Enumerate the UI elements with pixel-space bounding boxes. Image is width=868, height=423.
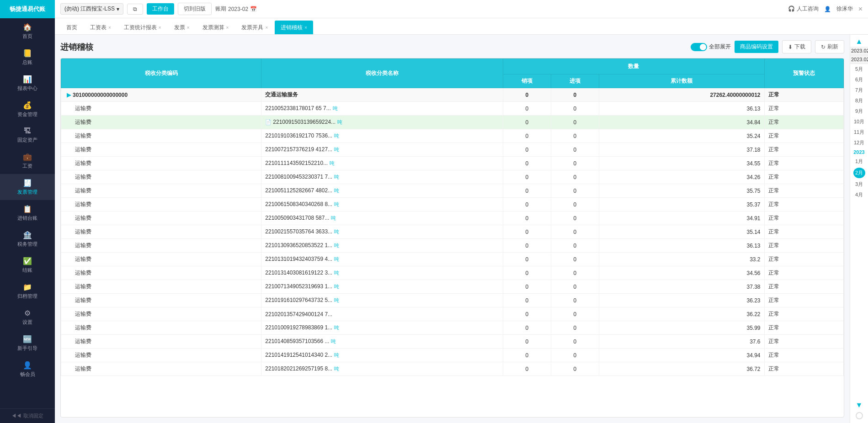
table-row[interactable]: ▶301000000000000000 交通运输服务 0 0 27262.400… bbox=[61, 88, 844, 102]
workspace-button[interactable]: 工作台 bbox=[147, 3, 174, 15]
table-row[interactable]: 运输费 2210201357429400124 7... 0 0 36.22 正… bbox=[61, 307, 844, 321]
year-label-1: 2023.02 bbox=[850, 47, 868, 55]
download-button[interactable]: ⬇ 下载 bbox=[782, 40, 811, 53]
cell-invoice-num: 2210201357429400124 7... bbox=[261, 307, 503, 321]
cell-name: 运输费 bbox=[61, 280, 261, 294]
tab-salary-stats[interactable]: 工资统计报表 × bbox=[118, 21, 167, 34]
table-row[interactable]: 运输费 2210081009453230371 7...吨 0 0 34.26 … bbox=[61, 170, 844, 184]
table-row[interactable]: 运输费 📄2210091503139659224...吨 0 0 34.84 正… bbox=[61, 116, 844, 129]
sidebar-item-funds[interactable]: 💰 资金管理 bbox=[0, 96, 55, 122]
cell-invoice-num: 2210050903431708 587...吨 bbox=[261, 212, 503, 225]
tab-close-icon[interactable]: × bbox=[187, 25, 190, 30]
product-code-settings-button[interactable]: 商品编码设置 bbox=[735, 41, 778, 53]
month-item-10[interactable]: 10月 bbox=[850, 116, 868, 127]
switch-version-button[interactable]: 切到旧版 bbox=[178, 3, 212, 15]
cell-invoice-num: 2210191610297643732 5...吨 bbox=[261, 294, 503, 307]
customer-service-button[interactable]: 🎧 人工咨询 bbox=[788, 5, 818, 13]
sidebar-item-salary[interactable]: 💼 工资 bbox=[0, 148, 55, 174]
table-row[interactable]: 运输费 2210140859357103566 ...吨 0 0 37.6 正常 bbox=[61, 335, 844, 349]
tab-home[interactable]: 首页 bbox=[60, 21, 83, 34]
app-logo: 畅捷通易代账 bbox=[0, 0, 55, 18]
cell-status: 正常 bbox=[764, 321, 844, 335]
table-row[interactable]: 运输费 2210071349052319693 1...吨 0 0 37.38 … bbox=[61, 280, 844, 294]
table-row[interactable]: 运输费 2210191036192170 7536...吨 0 0 35.24 … bbox=[61, 129, 844, 143]
month-item-6[interactable]: 6月 bbox=[850, 74, 868, 85]
unpin-button[interactable]: ◀◀ 取消固定 bbox=[0, 408, 55, 423]
tab-salary-table[interactable]: 工资表 × bbox=[84, 21, 117, 34]
table-row[interactable]: 运输费 2210052338178017 65 7...吨 0 0 36.13 … bbox=[61, 102, 844, 116]
table-row[interactable]: 运输费 2210131403081619122 3...吨 0 0 34.56 … bbox=[61, 266, 844, 280]
table-row[interactable]: 运输费 2210072157376219 4127...吨 0 0 37.18 … bbox=[61, 143, 844, 157]
col-header-cumulative: 累计数额 bbox=[599, 74, 764, 88]
table-row[interactable]: 运输费 2210100919278983869 1...吨 0 0 35.99 … bbox=[61, 321, 844, 335]
scroll-down-arrow[interactable]: ▼ bbox=[855, 400, 864, 410]
month-item-2[interactable]: 2月 bbox=[853, 168, 865, 178]
sidebar-item-label: 税务管理 bbox=[17, 241, 37, 248]
archive-icon: 📁 bbox=[23, 283, 32, 291]
table-row[interactable]: 运输费 2210130936520853522 1...吨 0 0 36.13 … bbox=[61, 239, 844, 253]
tab-close-icon[interactable]: × bbox=[108, 25, 111, 30]
sidebar-item-guide[interactable]: 🆕 新手引导 bbox=[0, 330, 55, 356]
tab-close-icon[interactable]: × bbox=[304, 25, 307, 30]
sidebar-item-ledger[interactable]: 📒 总账 bbox=[0, 44, 55, 70]
sidebar-item-invoice[interactable]: 🧾 发票管理 bbox=[0, 174, 55, 200]
data-table-wrap: 税收分类编码 税收分类名称 数量 预警状态 销项 进项 累计数额 bbox=[60, 58, 844, 418]
sidebar-item-reports[interactable]: 📊 报表中心 bbox=[0, 70, 55, 96]
cell-status: 正常 bbox=[764, 184, 844, 198]
company-selector[interactable]: (勿动) 江西报宝-LSS ▾ bbox=[60, 3, 123, 15]
cell-name: 运输费 bbox=[61, 239, 261, 253]
copy-button[interactable]: ⧉ bbox=[127, 4, 143, 15]
cell-purchase: 0 bbox=[551, 362, 599, 376]
tab-invoice-calc[interactable]: 发票测算 × bbox=[197, 21, 235, 34]
sidebar-item-home[interactable]: 🏠 首页 bbox=[0, 18, 55, 44]
month-item-7[interactable]: 7月 bbox=[850, 85, 868, 95]
table-row[interactable]: 运输费 2210021557035764 3633...吨 0 0 35.14 … bbox=[61, 225, 844, 239]
tab-close-icon[interactable]: × bbox=[226, 25, 229, 30]
sidebar-item-settle[interactable]: ✅ 结账 bbox=[0, 252, 55, 278]
sidebar-item-member[interactable]: 👤 畅会员 bbox=[0, 356, 55, 382]
month-item-9[interactable]: 9月 bbox=[850, 106, 868, 116]
cell-purchase: 0 bbox=[551, 157, 599, 170]
sidebar-item-assets[interactable]: 🏗 固定资产 bbox=[0, 122, 55, 148]
sidebar-item-sales-ledger[interactable]: 📋 进销台账 bbox=[0, 200, 55, 226]
table-row[interactable]: 运输费 2210111143592152210...吨 0 0 34.55 正常 bbox=[61, 157, 844, 170]
table-row[interactable]: 运输费 2210141912541014340 2...吨 0 0 34.94 … bbox=[61, 349, 844, 362]
tab-close-icon[interactable]: × bbox=[265, 25, 268, 30]
table-row[interactable]: 运输费 2210050903431708 587...吨 0 0 34.91 正… bbox=[61, 212, 844, 225]
month-item-12[interactable]: 12月 bbox=[850, 137, 868, 148]
sidebar-item-settings[interactable]: ⚙ 设置 bbox=[0, 304, 55, 330]
close-button[interactable]: × bbox=[858, 5, 863, 13]
month-item-3[interactable]: 3月 bbox=[850, 179, 868, 190]
month-item-8[interactable]: 8月 bbox=[850, 95, 868, 106]
refresh-button[interactable]: ↻ 刷新 bbox=[815, 40, 844, 53]
col-header-purchase: 进项 bbox=[551, 74, 599, 88]
month-item-11[interactable]: 11月 bbox=[850, 127, 868, 137]
tab-invoice[interactable]: 发票 × bbox=[168, 21, 196, 34]
cell-invoice-num: 2210100919278983869 1...吨 bbox=[261, 321, 503, 335]
tabbar: 首页 工资表 × 工资统计报表 × 发票 × 发票测算 × 发票开具 × 进销稽… bbox=[55, 18, 868, 35]
sidebar-item-tax[interactable]: 🏦 税务管理 bbox=[0, 226, 55, 252]
settle-icon: ✅ bbox=[23, 257, 32, 265]
tab-sales-verify[interactable]: 进销稽核 × bbox=[275, 21, 313, 34]
sidebar-item-archive[interactable]: 📁 归档管理 bbox=[0, 278, 55, 304]
month-item-1[interactable]: 1月 bbox=[850, 156, 868, 167]
table-row[interactable]: 运输费 2210131019432403759 4...吨 0 0 33.2 正… bbox=[61, 253, 844, 266]
cell-cumulative: 36.23 bbox=[599, 294, 764, 307]
tab-invoice-open[interactable]: 发票开具 × bbox=[235, 21, 274, 34]
table-row[interactable]: 运输费 2210191610297643732 5...吨 0 0 36.23 … bbox=[61, 294, 844, 307]
calendar-icon[interactable]: 📅 bbox=[250, 6, 257, 12]
page-actions: 全部展开 商品编码设置 ⬇ 下载 ↻ 刷新 bbox=[691, 40, 844, 53]
scroll-up-arrow[interactable]: ▲ bbox=[855, 37, 864, 47]
right-panel: ▲ 2023.02 2023.02 5月 6月 7月 8月 9月 10月 11月… bbox=[850, 35, 868, 423]
cell-sales: 0 bbox=[503, 212, 551, 225]
table-row[interactable]: 运输费 2210061508340340268 8...吨 0 0 35.37 … bbox=[61, 198, 844, 212]
month-item-4[interactable]: 4月 bbox=[850, 190, 868, 200]
table-row[interactable]: 运输费 2210182021269257195 8...吨 0 0 36.72 … bbox=[61, 362, 844, 376]
table-row[interactable]: 运输费 2210051125282667 4802...吨 0 0 35.75 … bbox=[61, 184, 844, 198]
cell-purchase: 0 bbox=[551, 88, 599, 102]
cell-sales: 0 bbox=[503, 349, 551, 362]
month-item-5[interactable]: 5月 bbox=[850, 64, 868, 74]
expand-toggle[interactable] bbox=[691, 43, 707, 51]
cell-purchase: 0 bbox=[551, 102, 599, 116]
tab-close-icon[interactable]: × bbox=[159, 25, 161, 30]
